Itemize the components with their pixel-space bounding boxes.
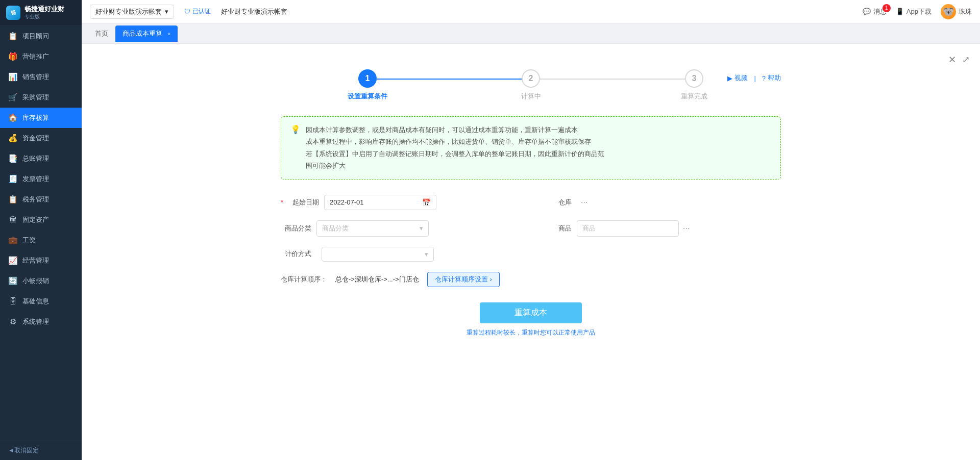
sidebar-item-project[interactable]: 📋 项目顾问: [0, 26, 82, 46]
help-links: ▶ 视频 | ? 帮助: [727, 73, 781, 83]
sidebar-item-assets[interactable]: 🏛 固定资产: [0, 210, 82, 230]
category-field: 商品分类 商品分类 ▾: [281, 220, 521, 237]
chevron-down-icon: ▾: [165, 8, 168, 15]
verified-badge: 🛡 已认证: [180, 7, 215, 16]
sidebar-item-label: 小畅报销: [22, 276, 49, 286]
form-row-1: * 起始日期 2022-07-01 📅 仓库 ···: [281, 195, 781, 210]
account-selector[interactable]: 好业财专业版演示帐套 ▾: [90, 5, 174, 19]
sidebar-item-salary[interactable]: 💼 工资: [0, 230, 82, 250]
warehouse-order-label: 仓库计算顺序：: [281, 275, 327, 284]
topbar: 好业财专业版演示帐套 ▾ 🛡 已认证 好业财专业版演示帐套 💬 消息 1 📱 A…: [82, 0, 980, 23]
sidebar-item-label: 营销推广: [22, 52, 49, 61]
message-icon: 💬: [863, 8, 871, 15]
info-text: 因成本计算参数调整，或是对商品成本有疑问时，可以通过成本重算功能，重新计算一遍成…: [306, 124, 604, 172]
page-area: ✕ ⤢ 1 设置重算条件 2 计算中: [82, 44, 980, 460]
warehouse-input[interactable]: ···: [577, 196, 592, 209]
tab-home-label: 首页: [95, 29, 108, 38]
start-date-value: 2022-07-01: [330, 198, 364, 206]
marketing-icon: 🎁: [8, 52, 17, 61]
main-area: 好业财专业版演示帐套 ▾ 🛡 已认证 好业财专业版演示帐套 💬 消息 1 📱 A…: [82, 0, 980, 460]
sidebar-item-label: 采购管理: [22, 93, 49, 102]
warehouse-order-value: 总仓->深圳仓库->...->门店仓: [335, 275, 419, 284]
close-page-button[interactable]: ✕: [946, 52, 958, 67]
help-link[interactable]: ? 帮助: [762, 73, 781, 83]
sidebar-item-tax[interactable]: 📋 税务管理: [0, 189, 82, 210]
start-date-required: *: [281, 198, 283, 206]
info-icon: 💡: [290, 124, 301, 134]
help-icon: ?: [762, 74, 766, 82]
info-line2: 成本重算过程中，影响库存账的操作均不能操作，比如进货单、销货单、库存单据不能审核…: [306, 136, 604, 147]
recalculate-section: 重算成本 重算过程耗时较长，重算时您可以正常使用产品: [281, 302, 781, 337]
warehouse-field: 仓库 ···: [541, 196, 781, 209]
video-link[interactable]: ▶ 视频: [727, 73, 748, 83]
recalculate-button[interactable]: 重算成本: [480, 302, 582, 323]
product-label: 商品: [541, 224, 572, 233]
topbar-right: 💬 消息 1 📱 App下载 🐨 珠珠: [863, 4, 972, 19]
system-icon: ⚙: [8, 317, 17, 326]
app-download-label: App下载: [906, 7, 932, 16]
tab-cost-label: 商品成本重算: [122, 29, 162, 38]
sidebar-item-inventory[interactable]: 🏠 库存核算: [0, 108, 82, 128]
start-date-field: * 起始日期 2022-07-01 📅: [281, 195, 521, 210]
sidebar-item-basic[interactable]: 🗄 基础信息: [0, 291, 82, 312]
sidebar-item-label: 税务管理: [22, 195, 49, 204]
product-field: 商品 商品 ···: [541, 220, 781, 237]
warehouse-setting-button[interactable]: 仓库计算顺序设置 ›: [427, 272, 500, 287]
product-input[interactable]: 商品: [577, 220, 679, 237]
shield-icon: 🛡: [184, 8, 190, 15]
sidebar-item-purchase[interactable]: 🛒 采购管理: [0, 87, 82, 108]
unpin-button[interactable]: ◄取消固定: [0, 441, 82, 460]
step-1-label: 设置重算条件: [348, 92, 387, 101]
step-wizard: 1 设置重算条件 2 计算中 3: [281, 59, 781, 116]
message-button[interactable]: 💬 消息 1: [863, 7, 887, 16]
user-name: 珠珠: [959, 7, 972, 16]
app-download-button[interactable]: 📱 App下载: [896, 7, 932, 16]
step-2-label: 计算中: [521, 92, 541, 101]
sidebar-item-label: 总账管理: [22, 154, 49, 163]
sidebar-item-expense[interactable]: 🔄 小畅报销: [0, 271, 82, 291]
tab-cost-recalc[interactable]: 商品成本重算 ×: [115, 25, 178, 42]
sidebar-item-label: 销售管理: [22, 72, 49, 82]
info-line3: 若【系统设置】中启用了自动调整记账日期时，会调整入库单的整单记账日期，因此重新计…: [306, 148, 604, 160]
expand-page-button[interactable]: ⤢: [960, 52, 972, 67]
tab-home[interactable]: 首页: [88, 25, 115, 42]
sidebar-item-marketing[interactable]: 🎁 营销推广: [0, 46, 82, 67]
category-select[interactable]: 商品分类 ▾: [316, 220, 429, 237]
verified-text: 已认证: [192, 7, 211, 16]
app-title: 畅捷通好业财: [24, 5, 64, 13]
pricing-label: 计价方式: [281, 249, 311, 259]
sidebar-item-sales[interactable]: 📊 销售管理: [0, 67, 82, 87]
sidebar-item-label: 经营管理: [22, 256, 49, 265]
step-3-circle: 3: [685, 69, 703, 88]
sidebar-item-finance[interactable]: 💰 资金管理: [0, 128, 82, 148]
sidebar: 畅 畅捷通好业财 专业版 📋 项目顾问 🎁 营销推广 📊 销售管理 🛒 采购管理…: [0, 0, 82, 460]
pricing-select[interactable]: ▾: [322, 247, 434, 262]
info-line1: 因成本计算参数调整，或是对商品成本有疑问时，可以通过成本重算功能，重新计算一遍成…: [306, 124, 604, 136]
tax-icon: 📋: [8, 195, 17, 204]
form-section: * 起始日期 2022-07-01 📅 仓库 ···: [281, 195, 781, 287]
sidebar-item-invoice[interactable]: 🧾 发票管理: [0, 169, 82, 189]
unpin-label: ◄取消固定: [8, 446, 39, 455]
step-2-circle: 2: [522, 69, 540, 88]
finance-icon: 💰: [8, 134, 17, 143]
chevron-right-icon: ›: [490, 275, 492, 283]
operation-icon: 📈: [8, 256, 17, 265]
form-row-2: 商品分类 商品分类 ▾ 商品 商品 ···: [281, 220, 781, 237]
sales-icon: 📊: [8, 72, 17, 82]
play-icon: ▶: [727, 74, 732, 82]
start-date-input[interactable]: 2022-07-01 📅: [324, 195, 436, 210]
tab-close-icon[interactable]: ×: [167, 31, 170, 37]
user-menu[interactable]: 🐨 珠珠: [941, 4, 972, 19]
account-name: 好业财专业版演示帐套: [95, 7, 162, 16]
sidebar-item-system[interactable]: ⚙ 系统管理: [0, 312, 82, 332]
warehouse-label: 仓库: [541, 198, 572, 207]
sidebar-item-label: 发票管理: [22, 174, 49, 184]
help-label: 帮助: [768, 73, 781, 83]
purchase-icon: 🛒: [8, 93, 17, 102]
product-dots-button[interactable]: ···: [679, 222, 694, 235]
sidebar-item-operation[interactable]: 📈 经营管理: [0, 250, 82, 271]
sidebar-item-accounting[interactable]: 📑 总账管理: [0, 148, 82, 169]
sidebar-item-label: 工资: [22, 236, 36, 245]
avatar: 🐨: [941, 4, 956, 19]
sidebar-item-label: 固定资产: [22, 215, 49, 224]
